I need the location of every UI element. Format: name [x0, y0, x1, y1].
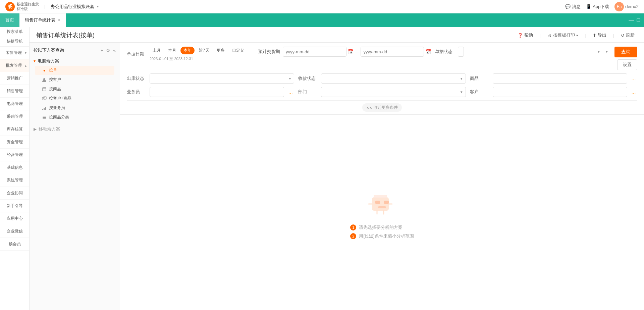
- delivery-status-select[interactable]: [150, 73, 294, 84]
- sidebar-item-inventory[interactable]: 库存核算: [0, 123, 29, 136]
- mobile-category-toggle[interactable]: ▶ 移动端方案: [34, 125, 116, 134]
- shortcut-last-month[interactable]: 上月: [150, 47, 164, 54]
- mobile-scheme-category: ▶ 移动端方案: [30, 123, 120, 135]
- receipt-status-select[interactable]: [321, 73, 466, 84]
- refresh-icon: ↺: [621, 33, 625, 38]
- pc-category-expand-icon: ▾: [34, 59, 36, 63]
- shortcut-this-month[interactable]: 本月: [165, 47, 179, 54]
- logo-text: 畅捷通好生意 标准版: [17, 2, 39, 11]
- date-to-calendar-icon[interactable]: 📅: [425, 49, 431, 54]
- export-button[interactable]: ⬆ 导出: [590, 31, 609, 40]
- salesman-field: 业务员 …: [127, 87, 294, 97]
- salesman-input[interactable]: [150, 87, 284, 97]
- svg-rect-9: [43, 117, 46, 118]
- scheme-item-by-order[interactable]: ● 按单: [35, 66, 114, 75]
- scheme-header-title: 按以下方案查询: [34, 47, 64, 53]
- settings-button[interactable]: 设置: [617, 59, 637, 70]
- sidebar-item-wholesale[interactable]: 批发管理 ▴: [0, 59, 29, 72]
- sidebar-item-app-center[interactable]: 应用中心: [0, 212, 29, 225]
- page-title: 销售订单统计表(按单): [36, 31, 95, 39]
- goods-field: 商品 …: [470, 73, 637, 84]
- tab-home[interactable]: 首页: [0, 13, 19, 27]
- customer-ellipsis-icon[interactable]: …: [630, 89, 637, 95]
- tab-minimize-icon[interactable]: —: [629, 17, 634, 23]
- sidebar-item-sales[interactable]: 销售管理: [0, 85, 29, 98]
- help-icon: ❓: [518, 33, 523, 38]
- shortcut-7days[interactable]: 近7天: [196, 47, 212, 54]
- query-button[interactable]: 查询: [614, 47, 637, 57]
- scheme-collapse-icon[interactable]: «: [113, 48, 116, 53]
- sidebar-item-basic-info[interactable]: 基础信息: [0, 161, 29, 174]
- scheme-header-actions: + ⚙ «: [101, 48, 116, 53]
- filter-conditions: 单据日期 上月 本月 本年 近7天 更多 自定义 20: [120, 43, 644, 115]
- expected-date-label: 预计交货期: [258, 49, 280, 55]
- sidebar-item-finance[interactable]: 资金管理: [0, 136, 29, 149]
- nav-tabs: 首页 销售订单统计表 × — □: [0, 13, 644, 27]
- app-title-dropdown-icon[interactable]: ▾: [97, 5, 99, 8]
- scheme-item-icon-order: ●: [42, 68, 47, 73]
- sidebar-item-ecommerce[interactable]: 电商管理: [0, 98, 29, 110]
- filter-row-1: 单据日期 上月 本月 本年 近7天 更多 自定义 20: [127, 47, 637, 70]
- print-button[interactable]: 🖨 按模板打印 ▾: [545, 31, 581, 40]
- sidebar-item-member[interactable]: 畅会员: [0, 238, 29, 251]
- sidebar-item-system[interactable]: 系统管理: [0, 174, 29, 187]
- scheme-header: 按以下方案查询 + ⚙ «: [30, 45, 120, 55]
- sidebar-search[interactable]: 搜索菜单: [0, 27, 29, 37]
- scheme-item-icon-salesman: [42, 105, 47, 111]
- content-area: 销售订单统计表(按单) ❓ 帮助 | 🖨 按模板打印 ▾ | ⬆ 导出 |: [30, 27, 644, 310]
- delivery-status-field: 出库状态: [127, 73, 294, 84]
- message-button[interactable]: 💬 消息: [565, 4, 581, 10]
- mobile-category-expand-icon: ▶: [34, 127, 37, 132]
- scheme-item-by-customer[interactable]: 按客户: [35, 75, 114, 84]
- sidebar-item-operations[interactable]: 经营管理: [0, 149, 29, 161]
- goods-input[interactable]: [493, 73, 627, 84]
- receipt-status-select-wrapper: [321, 73, 466, 84]
- sidebar-item-enterprise[interactable]: 企业协同: [0, 187, 29, 200]
- sidebar-item-retail[interactable]: 零售管理 ▾: [0, 47, 29, 59]
- svg-rect-14: [378, 206, 386, 208]
- scheme-item-by-salesman[interactable]: 按业务员: [35, 103, 114, 112]
- dept-select-wrapper: [321, 87, 466, 97]
- user-menu[interactable]: Ea demo2: [614, 2, 639, 11]
- tab-maximize-icon[interactable]: □: [637, 17, 640, 23]
- right-content: 单据日期 上月 本月 本年 近7天 更多 自定义 20: [120, 43, 644, 310]
- dept-label: 部门: [298, 89, 318, 95]
- retail-expand-icon: ▾: [25, 51, 26, 55]
- sidebar-quick-nav[interactable]: 快捷导航: [0, 37, 29, 47]
- customer-input[interactable]: [493, 87, 627, 97]
- delivery-status-select-wrapper: [150, 73, 294, 84]
- scheme-add-icon[interactable]: +: [101, 48, 103, 53]
- expected-date-to[interactable]: [361, 47, 424, 57]
- scheme-item-by-customer-goods[interactable]: 按客户+商品: [35, 94, 114, 103]
- nav-tab-actions: — □: [629, 17, 644, 23]
- salesman-ellipsis-icon[interactable]: …: [287, 89, 294, 95]
- sidebar-item-wechat[interactable]: 企业微信: [0, 225, 29, 238]
- export-icon: ⬆: [593, 33, 596, 38]
- scheme-item-by-goods[interactable]: 按商品: [35, 85, 114, 94]
- tab-close-icon[interactable]: ×: [58, 18, 60, 22]
- collapse-bar: ∧∧ 收起更多条件: [127, 100, 637, 114]
- app-download-button[interactable]: 📱 App下载: [586, 4, 609, 10]
- sidebar-item-guide[interactable]: 新手引导: [0, 200, 29, 212]
- scheme-edit-icon[interactable]: ⚙: [106, 48, 110, 53]
- collapse-button[interactable]: ∧∧ 收起更多条件: [362, 103, 402, 112]
- goods-ellipsis-icon[interactable]: …: [630, 76, 637, 81]
- shortcut-more[interactable]: 更多: [214, 47, 228, 54]
- pc-category-toggle[interactable]: ▾ 电脑端方案: [34, 57, 116, 65]
- print-dropdown-icon[interactable]: ▾: [576, 34, 578, 37]
- bill-status-dropdown-icon[interactable]: ▾: [606, 49, 608, 54]
- date-range-inputs: 📅 — 📅: [283, 47, 431, 57]
- sidebar-item-purchase[interactable]: 采购管理: [0, 110, 29, 123]
- date-from-calendar-icon[interactable]: 📅: [348, 49, 354, 54]
- bill-status-select[interactable]: [458, 47, 464, 57]
- sidebar-item-marketing[interactable]: 营销推广: [0, 72, 29, 85]
- scheme-item-by-goods-category[interactable]: 按商品分类: [35, 113, 114, 122]
- expected-date-from[interactable]: [283, 47, 346, 57]
- bill-status-field: 单据状态 ▾: [435, 47, 608, 57]
- help-button[interactable]: ❓ 帮助: [515, 31, 536, 40]
- tab-sales-order-stats[interactable]: 销售订单统计表 ×: [19, 13, 66, 27]
- dept-select[interactable]: [321, 87, 466, 97]
- refresh-button[interactable]: ↺ 刷新: [618, 31, 637, 40]
- shortcut-this-year[interactable]: 本年: [180, 47, 195, 54]
- shortcut-custom[interactable]: 自定义: [229, 47, 247, 54]
